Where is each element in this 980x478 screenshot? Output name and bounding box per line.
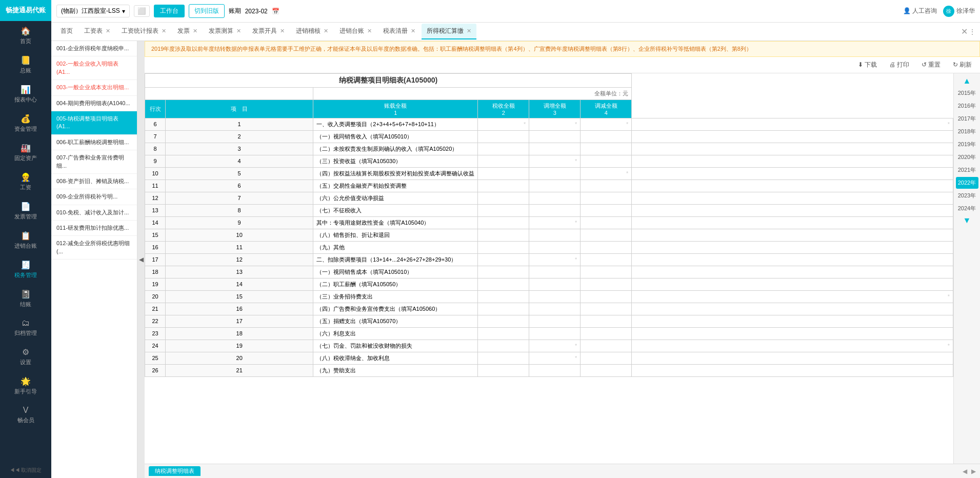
tab-purchase-check[interactable]: 进销稽核✕ xyxy=(291,24,333,39)
company-selector[interactable]: (物副）江西股室-LSS ▾ xyxy=(56,5,130,17)
year-2020[interactable]: 2020年 xyxy=(956,151,978,163)
left-panel-collapse[interactable]: ◀ xyxy=(137,41,145,478)
cell-c2[interactable] xyxy=(529,130,581,143)
tab-close-salary-report[interactable]: ✕ xyxy=(162,28,166,34)
sheet-tab-main[interactable]: 纳税调整明细表 xyxy=(149,466,201,476)
cell-c4[interactable]: * xyxy=(632,290,953,303)
cell-c3[interactable] xyxy=(581,204,632,216)
cell-c3[interactable] xyxy=(581,340,632,352)
cell-c2[interactable] xyxy=(529,315,581,327)
download-button[interactable]: ⬇ 下载 xyxy=(855,59,880,71)
cell-c1[interactable] xyxy=(478,266,529,278)
cell-c4[interactable] xyxy=(632,216,953,229)
cell-c1[interactable] xyxy=(478,253,529,266)
cell-c3[interactable] xyxy=(581,327,632,340)
cell-c1[interactable] xyxy=(478,229,529,241)
cell-c4[interactable]: * xyxy=(632,340,953,352)
cell-c2[interactable] xyxy=(529,180,581,192)
cell-c2[interactable]: * xyxy=(529,155,581,167)
cell-c4[interactable] xyxy=(632,364,953,376)
cell-c4[interactable] xyxy=(632,352,953,364)
tabbar-close-button[interactable]: ✕ xyxy=(961,27,968,36)
year-2021[interactable]: 2021年 xyxy=(956,164,978,176)
sidebar-item-guide[interactable]: 🌟 新手引导 xyxy=(0,371,51,401)
sidebar-item-invoice[interactable]: 📄 发票管理 xyxy=(0,196,51,226)
copy-icon[interactable]: ⬜ xyxy=(134,5,150,17)
sidebar-item-home[interactable]: 🏠 首页 xyxy=(0,21,51,50)
tab-close-purchase-ledger[interactable]: ✕ xyxy=(367,28,372,34)
left-item-006[interactable]: 006-职工薪酬纳税调整明细... xyxy=(51,135,137,150)
cell-c3[interactable] xyxy=(581,155,632,167)
cell-c1[interactable] xyxy=(478,364,529,376)
left-item-010[interactable]: 010-免税、减计收入及加计... xyxy=(51,205,137,221)
table-container[interactable]: 纳税调整项目明细表(A105000) 全额单位：元 行次 项 目 账载全额1 税… xyxy=(145,73,953,464)
cell-c3[interactable] xyxy=(581,130,632,143)
cell-c2[interactable]: * xyxy=(529,340,581,352)
cell-c3[interactable] xyxy=(581,143,632,155)
sidebar-item-reports[interactable]: 📊 报表中心 xyxy=(0,79,51,109)
left-item-012[interactable]: 012-减免企业所得税优惠明细(... xyxy=(51,236,137,260)
sidebar-item-purchase[interactable]: 📋 进销台账 xyxy=(0,226,51,255)
left-item-003[interactable]: 003-一般企业成本支出明细... xyxy=(51,80,137,95)
year-2018[interactable]: 2018年 xyxy=(956,126,978,137)
cell-c3[interactable]: * xyxy=(581,167,632,180)
cell-c4[interactable] xyxy=(632,204,953,216)
old-version-button[interactable]: 切到旧版 xyxy=(189,4,225,18)
cell-c2[interactable]: * xyxy=(529,118,581,130)
sidebar-item-finance[interactable]: 💰 资金管理 xyxy=(0,109,51,138)
tab-close-income-tax[interactable]: ✕ xyxy=(467,28,471,34)
cell-c3[interactable] xyxy=(581,290,632,303)
cell-c1[interactable] xyxy=(478,155,529,167)
cell-c4[interactable] xyxy=(632,143,953,155)
year-2023[interactable]: 2023年 xyxy=(956,190,978,202)
year-2022[interactable]: 2022年 xyxy=(956,177,978,189)
tab-close-purchase-check[interactable]: ✕ xyxy=(324,28,328,34)
year-2015[interactable]: 2015年 xyxy=(956,87,978,99)
tab-close-salary[interactable]: ✕ xyxy=(106,28,110,34)
consult-label[interactable]: 👤 人工咨询 xyxy=(903,7,937,15)
tab-purchase-ledger[interactable]: 进销台账✕ xyxy=(334,24,377,39)
sidebar-item-ledger[interactable]: 📒 总账 xyxy=(0,50,51,79)
calendar-icon[interactable]: 📅 xyxy=(272,8,279,15)
cell-c2[interactable] xyxy=(529,143,581,155)
cell-c3[interactable] xyxy=(581,253,632,266)
cell-c1[interactable] xyxy=(478,303,529,315)
sidebar-item-assets[interactable]: 🏭 固定资产 xyxy=(0,138,51,167)
cell-c1[interactable] xyxy=(478,278,529,290)
cell-c3[interactable] xyxy=(581,303,632,315)
workbench-button[interactable]: 工作台 xyxy=(154,5,185,17)
year-2024[interactable]: 2024年 xyxy=(956,203,978,214)
cell-c3[interactable] xyxy=(581,352,632,364)
tabbar-settings-icon[interactable]: ⋮ xyxy=(969,28,976,36)
cell-c1[interactable]: * xyxy=(478,118,529,130)
cell-c3[interactable] xyxy=(581,315,632,327)
year-2017[interactable]: 2017年 xyxy=(956,113,978,125)
cell-c1[interactable] xyxy=(478,216,529,229)
year-down-arrow[interactable]: ▼ xyxy=(962,215,972,226)
cell-c3[interactable] xyxy=(581,241,632,253)
cell-c4[interactable] xyxy=(632,266,953,278)
tab-close-invoice-calc[interactable]: ✕ xyxy=(236,28,241,34)
cell-c2[interactable]: * xyxy=(529,216,581,229)
cell-c3[interactable] xyxy=(581,278,632,290)
print-button[interactable]: 🖨 打印 xyxy=(886,59,912,71)
cell-c1[interactable] xyxy=(478,143,529,155)
cell-c2[interactable] xyxy=(529,266,581,278)
cell-c2[interactable] xyxy=(529,364,581,376)
tab-income-tax[interactable]: 所得税汇算缴✕ xyxy=(422,24,476,39)
tab-salary-report[interactable]: 工资统计报表✕ xyxy=(116,24,171,39)
cell-c2[interactable] xyxy=(529,204,581,216)
refresh-button[interactable]: ↻ 刷新 xyxy=(950,59,975,71)
user-info[interactable]: 徐 徐泽华 xyxy=(943,6,975,17)
cell-c1[interactable] xyxy=(478,290,529,303)
cell-c1[interactable] xyxy=(478,327,529,340)
cell-c1[interactable] xyxy=(478,340,529,352)
cell-c2[interactable] xyxy=(529,290,581,303)
cell-c2[interactable]: * xyxy=(529,253,581,266)
cell-c2[interactable] xyxy=(529,241,581,253)
cell-c3[interactable] xyxy=(581,180,632,192)
cell-c2[interactable] xyxy=(529,229,581,241)
cell-c4[interactable] xyxy=(632,315,953,327)
year-2016[interactable]: 2016年 xyxy=(956,100,978,112)
cell-c1[interactable] xyxy=(478,315,529,327)
